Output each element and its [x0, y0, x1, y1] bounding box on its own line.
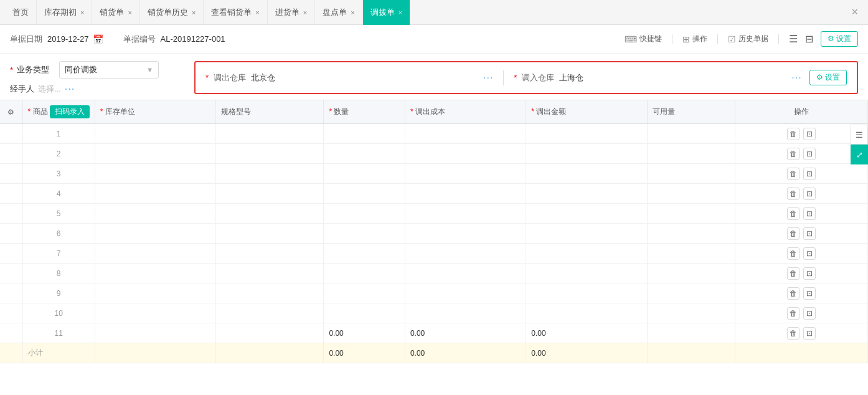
row-amount-cell	[526, 244, 647, 264]
copy-icon[interactable]: ⊡	[803, 287, 816, 300]
copy-icon[interactable]: ⊡	[803, 307, 816, 320]
delete-icon[interactable]: 🗑	[787, 168, 800, 180]
row-gear-cell	[0, 124, 22, 144]
tab-inventory-init-label: 库存期初	[44, 7, 77, 18]
tab-view-sales[interactable]: 查看销货单 ×	[204, 0, 267, 25]
delete-icon[interactable]: 🗑	[787, 267, 800, 280]
delete-icon[interactable]: 🗑	[787, 148, 800, 160]
tab-sales-order[interactable]: 销货单 ×	[92, 0, 139, 25]
col-unit-label: 库存单位	[105, 107, 135, 116]
warehouse-out-more-btn[interactable]: ···	[483, 72, 493, 83]
ops-btn[interactable]: ⊞ 操作	[682, 34, 707, 44]
row-qty-cell	[324, 164, 405, 184]
layout-list-btn[interactable]: ☰	[789, 33, 798, 45]
tab-purchase-order-close[interactable]: ×	[303, 9, 307, 16]
row-qty-cell	[324, 184, 405, 204]
copy-icon[interactable]: ⊡	[803, 227, 816, 240]
tab-transfer-order-close[interactable]: ×	[399, 9, 402, 16]
delete-icon[interactable]: 🗑	[787, 227, 800, 240]
tab-home[interactable]: 首页	[5, 0, 37, 25]
history-icon: ☑	[728, 34, 736, 44]
copy-icon[interactable]: ⊡	[803, 168, 816, 180]
row-spec-cell	[216, 144, 324, 164]
row-amount-cell	[526, 184, 647, 204]
copy-icon[interactable]: ⊡	[803, 148, 816, 160]
copy-icon[interactable]: ⊡	[803, 188, 816, 200]
tab-inventory-check-label: 盘点单	[323, 7, 347, 18]
delete-icon[interactable]: 🗑	[787, 128, 800, 140]
tab-view-sales-close[interactable]: ×	[255, 9, 259, 16]
row-amount-cell	[526, 303, 647, 323]
layout-grid-btn[interactable]: ⊟	[805, 33, 813, 45]
history-label: 历史单据	[738, 34, 768, 44]
copy-icon[interactable]: ⊡	[803, 247, 816, 260]
col-cost-label: 调出成本	[415, 107, 445, 116]
scan-button[interactable]: 扫码录入	[50, 105, 90, 118]
side-expand-btn[interactable]: ⤢	[851, 145, 868, 164]
col-gear[interactable]: ⚙	[0, 100, 22, 124]
tab-sales-order-label: 销货单	[100, 7, 124, 18]
delete-icon[interactable]: 🗑	[787, 247, 800, 260]
tab-inventory-init-close[interactable]: ×	[80, 9, 84, 16]
copy-icon[interactable]: ⊡	[803, 128, 816, 140]
side-list-btn[interactable]: ☰	[851, 125, 868, 145]
table-wrapper: ⚙ * 商品 扫码录入 * 库存单位 规格型号 * 数量	[0, 100, 868, 363]
person-select[interactable]: 选择...	[38, 83, 61, 95]
row-unit-cell	[95, 164, 215, 184]
tab-sales-history[interactable]: 销货单历史 ×	[140, 0, 204, 25]
row-available-cell	[647, 283, 735, 303]
calendar-icon[interactable]: 📅	[93, 34, 103, 44]
table-header-row: ⚙ * 商品 扫码录入 * 库存单位 规格型号 * 数量	[0, 100, 868, 124]
form-main-row: * 业务类型 同价调拨 ▼ 经手人 选择... ··· * 调出仓库 北京仓	[10, 61, 858, 95]
row-spec-cell	[216, 244, 324, 264]
history-btn[interactable]: ☑ 历史单据	[728, 34, 768, 44]
delete-icon[interactable]: 🗑	[787, 188, 800, 200]
row-action-cell: 🗑 ⊡	[735, 184, 867, 204]
tab-sales-history-close[interactable]: ×	[192, 9, 196, 16]
row-qty-cell	[324, 283, 405, 303]
subtotal-label-unit	[95, 343, 215, 363]
col-qty-label: 数量	[334, 107, 349, 116]
row-spec-cell	[216, 204, 324, 224]
delete-icon[interactable]: 🗑	[787, 207, 800, 220]
tab-sales-order-close[interactable]: ×	[128, 9, 131, 16]
table-row: 7 🗑 ⊡	[0, 244, 868, 264]
copy-icon[interactable]: ⊡	[803, 267, 816, 280]
business-type-label: 业务类型	[17, 64, 49, 75]
divider-1	[672, 34, 672, 44]
delete-icon[interactable]: 🗑	[787, 327, 800, 340]
subtotal-qty-cell: 0.00	[324, 323, 405, 343]
row-num-cell: 2	[22, 144, 95, 164]
business-type-field: * 业务类型	[10, 64, 49, 75]
row-amount-cell	[526, 264, 647, 283]
row-unit-cell	[95, 204, 215, 224]
copy-icon[interactable]: ⊡	[803, 207, 816, 220]
row-spec-cell	[216, 184, 324, 204]
col-amount-label: 调出金额	[536, 107, 566, 116]
tab-bar-close-btn[interactable]: ×	[846, 6, 863, 19]
row-action-cell: 🗑 ⊡	[735, 224, 867, 244]
row-unit-cell	[95, 303, 215, 323]
row-amount-cell	[526, 224, 647, 244]
subtotal-label-cost: 0.00	[405, 343, 526, 363]
tab-purchase-order-label: 进货单	[275, 7, 300, 18]
copy-icon[interactable]: ⊡	[803, 327, 816, 340]
person-more-btn[interactable]: ···	[65, 83, 75, 95]
warehouse-in-more-btn[interactable]: ···	[791, 72, 801, 83]
delete-icon[interactable]: 🗑	[787, 307, 800, 320]
delete-icon[interactable]: 🗑	[787, 287, 800, 300]
business-type-select[interactable]: 同价调拨 ▼	[59, 61, 159, 79]
tab-transfer-order[interactable]: 调拨单 ×	[363, 0, 410, 25]
settings-button[interactable]: ⚙ 设置	[821, 31, 858, 47]
tab-sales-history-label: 销货单历史	[148, 7, 188, 18]
tab-purchase-order[interactable]: 进货单 ×	[268, 0, 315, 25]
row-gear-cell	[0, 283, 22, 303]
tab-inventory-check[interactable]: 盘点单 ×	[315, 0, 362, 25]
tab-inventory-check-close[interactable]: ×	[351, 9, 354, 16]
row-spec-cell	[216, 224, 324, 244]
row-action-cell: 🗑 ⊡	[735, 204, 867, 224]
shortcut-btn[interactable]: ⌨ 快捷键	[625, 34, 662, 44]
tab-inventory-init[interactable]: 库存期初 ×	[37, 0, 92, 25]
warehouse-settings-btn[interactable]: ⚙ 设置	[809, 70, 847, 85]
row-spec-cell	[216, 164, 324, 184]
